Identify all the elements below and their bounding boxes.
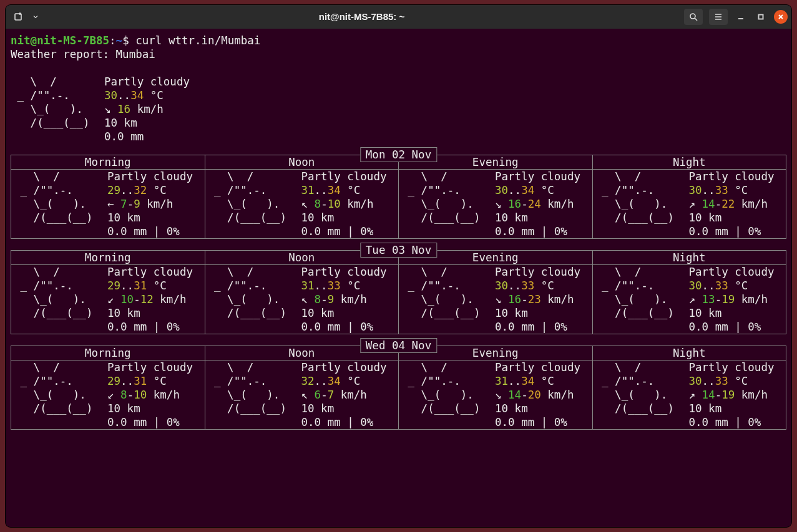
period-header: Morning xyxy=(11,346,205,360)
weather-art: \ / _ /"".-. \_( ). /(___(__) xyxy=(401,360,495,429)
day-label: Wed 04 Nov xyxy=(360,338,437,353)
forecast-info: Partly cloudy 29..31 °C ↙ 10-12 km/h 10 … xyxy=(107,265,202,334)
svg-rect-9 xyxy=(759,15,763,19)
prompt-user: nit@nit-MS-7B85 xyxy=(11,34,109,47)
search-button[interactable] xyxy=(684,9,703,25)
weather-art: \ / _ /"".-. \_( ). /(___(__) xyxy=(14,170,107,238)
forecast-cell: \ / _ /"".-. \_( ). /(___(__) Partly clo… xyxy=(205,360,399,429)
forecast-info: Partly cloudy 32..34 °C ↖ 6-7 km/h 10 km… xyxy=(301,360,396,429)
weather-art: \ / _ /"".-. \_( ). /(___(__) xyxy=(595,360,689,429)
forecast-info: Partly cloudy 31..34 °C ↘ 14-20 km/h 10 … xyxy=(495,360,590,429)
menu-button[interactable] xyxy=(709,9,728,25)
day-forecast: Mon 02 NovMorningNoonEveningNight \ / _ … xyxy=(11,155,786,239)
period-header: Night xyxy=(593,251,786,265)
current-info: Partly cloudy 30..34 °C ↘ 16 km/h 10 km … xyxy=(104,75,786,143)
forecast-cell: \ / _ /"".-. \_( ). /(___(__) Partly clo… xyxy=(593,265,786,334)
weather-art: \ / _ /"".-. \_( ). /(___(__) xyxy=(11,75,104,143)
forecast-cell: \ / _ /"".-. \_( ). /(___(__) Partly clo… xyxy=(11,265,205,334)
new-tab-button[interactable] xyxy=(9,9,28,25)
day-forecast: Tue 03 NovMorningNoonEveningNight \ / _ … xyxy=(11,250,786,334)
weather-art: \ / _ /"".-. \_( ). /(___(__) xyxy=(14,360,107,429)
day-label: Tue 03 Nov xyxy=(360,243,437,258)
maximize-button[interactable] xyxy=(754,10,768,24)
period-header: Night xyxy=(593,346,786,360)
weather-art: \ / _ /"".-. \_( ). /(___(__) xyxy=(595,265,689,334)
svg-point-3 xyxy=(690,14,695,19)
forecast-info: Partly cloudy 29..32 °C ← 7-9 km/h 10 km… xyxy=(107,170,202,238)
weather-art: \ / _ /"".-. \_( ). /(___(__) xyxy=(208,360,301,429)
forecast-cell: \ / _ /"".-. \_( ). /(___(__) Partly clo… xyxy=(593,360,786,429)
current-conditions: \ / _ /"".-. \_( ). /(___(__) Partly clo… xyxy=(11,75,786,143)
terminal-content[interactable]: nit@nit-MS-7B85:~$ curl wttr.in/Mumbai W… xyxy=(6,29,791,527)
terminal-window: nit@nit-MS-7B85: ~ nit@nit-MS-7B85:~$ cu… xyxy=(6,5,791,527)
svg-line-4 xyxy=(695,18,697,21)
forecast-info: Partly cloudy 30..33 °C ↗ 14-22 km/h 10 … xyxy=(689,170,784,238)
window-title: nit@nit-MS-7B85: ~ xyxy=(43,10,680,24)
forecast-info: Partly cloudy 30..33 °C ↗ 14-19 km/h 10 … xyxy=(689,360,784,429)
close-button[interactable] xyxy=(774,10,788,24)
prompt-sep: : xyxy=(109,34,116,47)
weather-art: \ / _ /"".-. \_( ). /(___(__) xyxy=(208,170,301,238)
minimize-button[interactable] xyxy=(734,10,748,24)
period-header: Morning xyxy=(11,251,205,265)
command: curl wttr.in/Mumbai xyxy=(135,34,260,47)
forecast-info: Partly cloudy 30..33 °C ↘ 16-23 km/h 10 … xyxy=(495,265,590,334)
forecast-cell: \ / _ /"".-. \_( ). /(___(__) Partly clo… xyxy=(593,170,786,238)
forecast-cell: \ / _ /"".-. \_( ). /(___(__) Partly clo… xyxy=(399,265,593,334)
forecast-cell: \ / _ /"".-. \_( ). /(___(__) Partly clo… xyxy=(205,170,399,238)
forecast-info: Partly cloudy 29..31 °C ↙ 8-10 km/h 10 k… xyxy=(107,360,202,429)
weather-art: \ / _ /"".-. \_( ). /(___(__) xyxy=(595,170,689,238)
tab-chevron-icon xyxy=(32,9,39,25)
forecast-info: Partly cloudy 31..34 °C ↖ 8-10 km/h 10 k… xyxy=(301,170,396,238)
forecast-info: Partly cloudy 30..34 °C ↘ 16-24 km/h 10 … xyxy=(495,170,590,238)
weather-art: \ / _ /"".-. \_( ). /(___(__) xyxy=(401,265,495,334)
weather-art: \ / _ /"".-. \_( ). /(___(__) xyxy=(401,170,495,238)
forecast-info: Partly cloudy 31..33 °C ↖ 8-9 km/h 10 km… xyxy=(301,265,396,334)
forecast-info: Partly cloudy 30..33 °C ↗ 13-19 km/h 10 … xyxy=(689,265,784,334)
period-header: Night xyxy=(593,155,786,170)
titlebar: nit@nit-MS-7B85: ~ xyxy=(6,5,791,29)
prompt-dollar: $ xyxy=(122,34,135,47)
day-forecast: Wed 04 NovMorningNoonEveningNight \ / _ … xyxy=(11,346,786,430)
period-header: Morning xyxy=(11,155,205,170)
forecast-cell: \ / _ /"".-. \_( ). /(___(__) Partly clo… xyxy=(399,170,593,238)
weather-art: \ / _ /"".-. \_( ). /(___(__) xyxy=(208,265,301,334)
forecast-cell: \ / _ /"".-. \_( ). /(___(__) Partly clo… xyxy=(11,360,205,429)
weather-art: \ / _ /"".-. \_( ). /(___(__) xyxy=(14,265,107,334)
prompt-path: ~ xyxy=(116,34,123,47)
report-header: Weather report: Mumbai xyxy=(11,48,155,60)
forecast-cell: \ / _ /"".-. \_( ). /(___(__) Partly clo… xyxy=(11,170,205,238)
forecast-cell: \ / _ /"".-. \_( ). /(___(__) Partly clo… xyxy=(205,265,399,334)
day-label: Mon 02 Nov xyxy=(360,147,437,162)
forecast-cell: \ / _ /"".-. \_( ). /(___(__) Partly clo… xyxy=(399,360,593,429)
